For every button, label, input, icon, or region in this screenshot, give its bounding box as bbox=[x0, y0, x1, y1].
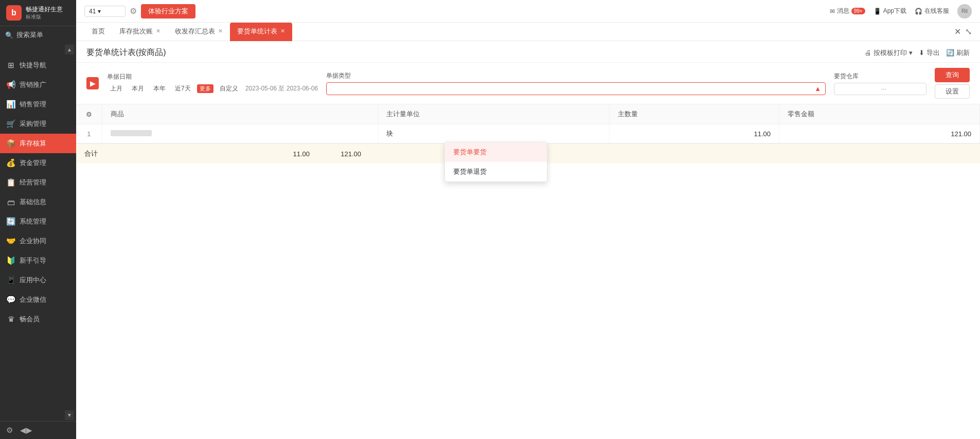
msg-badge: 99+ bbox=[851, 8, 865, 14]
nav-item-quick-nav[interactable]: ⊞ 快捷导航 bbox=[0, 56, 76, 75]
shortcut-last-month[interactable]: 上月 bbox=[107, 83, 126, 94]
dropdown-item-label-0: 要货单要货 bbox=[453, 148, 487, 156]
nav-icon-app-center: 📱 bbox=[6, 276, 15, 285]
collapse-icon[interactable]: ◀▶ bbox=[20, 426, 32, 435]
sidebar-logo: b 畅捷通好生意 标准版 bbox=[0, 0, 76, 26]
refresh-btn[interactable]: 🔄 刷新 bbox=[946, 48, 970, 58]
nav-item-purchase[interactable]: 🛒 采购管理 bbox=[0, 114, 76, 134]
nav-item-inventory[interactable]: 📦 库存核算 bbox=[0, 134, 76, 153]
messages-btn[interactable]: ✉ 消息 99+ bbox=[830, 7, 865, 15]
query-btn[interactable]: 查询 bbox=[935, 68, 970, 82]
shortcut-this-month[interactable]: 本月 bbox=[129, 83, 147, 94]
sidebar-scroll-up[interactable]: ▲ bbox=[65, 45, 74, 54]
topbar-left: 41 ▾ ⚙ 体验行业方案 bbox=[84, 4, 824, 19]
org-selector[interactable]: 41 ▾ bbox=[84, 6, 126, 17]
nav-item-guide[interactable]: 🔰 新手引导 bbox=[0, 251, 76, 270]
tab-batch-account[interactable]: 库存批次账 ✕ bbox=[112, 23, 168, 41]
tab-receive-close[interactable]: ✕ bbox=[218, 28, 223, 34]
export-icon: ⬇ bbox=[919, 49, 924, 57]
topbar-gear-icon[interactable]: ⚙ bbox=[130, 6, 137, 16]
nav-icon-sales: 📊 bbox=[6, 100, 15, 109]
th-amount: 零售金额 bbox=[779, 104, 980, 124]
table-body: 1 块 11.00 121.00 bbox=[76, 124, 980, 143]
nav-item-system[interactable]: 🔄 系统管理 bbox=[0, 212, 76, 231]
cell-product-0 bbox=[102, 124, 378, 143]
type-filter-label: 单据类型 bbox=[326, 71, 826, 80]
date-range-display: 2023-05-06 至 2023-06-06 bbox=[245, 84, 318, 93]
logo-text: 畅捷通好生意 标准版 bbox=[26, 6, 63, 21]
date-shortcuts: 上月 本月 本年 近7天 更多 自定义 2023-05-06 至 2023-06… bbox=[107, 83, 318, 94]
product-placeholder bbox=[111, 130, 152, 136]
type-filter-chevron[interactable]: ▲ bbox=[814, 85, 821, 93]
nav-label-vip: 畅会员 bbox=[20, 315, 40, 324]
cell-unit-0: 块 bbox=[378, 124, 610, 143]
settings-filter-btn[interactable]: 设置 bbox=[935, 84, 970, 99]
sidebar-nav: ⊞ 快捷导航📢 营销推广📊 销售管理🛒 采购管理📦 库存核算💰 资金管理📋 经营… bbox=[0, 56, 76, 409]
sidebar-search[interactable]: 🔍 搜索菜单 bbox=[0, 26, 76, 44]
table-header: ⚙ 商品 主计量单位 主数量 零售金额 bbox=[76, 104, 980, 124]
export-btn[interactable]: ⬇ 导出 bbox=[919, 48, 940, 58]
shortcut-7days[interactable]: 近7天 bbox=[172, 83, 194, 94]
nav-item-base-info[interactable]: 🗃 基础信息 bbox=[0, 192, 76, 212]
shortcut-this-year[interactable]: 本年 bbox=[150, 83, 169, 94]
nav-label-operations: 经营管理 bbox=[20, 178, 46, 187]
nav-item-enterprise-wechat[interactable]: 💬 企业微信 bbox=[0, 290, 76, 309]
nav-icon-finance: 💰 bbox=[6, 158, 15, 168]
topbar-right: ✉ 消息 99+ 📱 App下载 🎧 在线客服 Rit bbox=[830, 4, 972, 19]
page-actions: 🖨 按模板打印 ▾ ⬇ 导出 🔄 刷新 bbox=[865, 48, 970, 58]
tab-receive-summary[interactable]: 收发存汇总表 ✕ bbox=[168, 23, 230, 41]
nav-item-finance[interactable]: 💰 资金管理 bbox=[0, 153, 76, 173]
close-window-icon[interactable]: ✕ bbox=[954, 27, 961, 36]
dropdown-item-order-goods[interactable]: 要货单要货 bbox=[445, 142, 547, 162]
filter-expand-btn[interactable]: ▶ bbox=[86, 77, 99, 89]
nav-label-purchase: 采购管理 bbox=[20, 119, 46, 129]
nav-item-sales[interactable]: 📊 销售管理 bbox=[0, 95, 76, 114]
user-name: Rit bbox=[957, 4, 972, 19]
warehouse-filter-label: 要货仓库 bbox=[834, 72, 926, 81]
th-product: 商品 bbox=[102, 104, 378, 124]
tab-order-summary[interactable]: 要货单统计表 ✕ bbox=[230, 23, 292, 41]
nav-item-vip[interactable]: ♛ 畅会员 bbox=[0, 309, 76, 329]
shortcut-more[interactable]: 更多 bbox=[197, 84, 213, 93]
msg-label: 消息 bbox=[837, 7, 849, 15]
search-icon: 🔍 bbox=[5, 31, 13, 39]
nav-label-enterprise: 企业协同 bbox=[20, 236, 46, 246]
nav-icon-guide: 🔰 bbox=[6, 256, 15, 265]
tab-order-close[interactable]: ✕ bbox=[280, 28, 285, 34]
nav-icon-inventory: 📦 bbox=[6, 139, 15, 148]
trial-btn[interactable]: 体验行业方案 bbox=[141, 4, 195, 19]
warehouse-filter-select[interactable]: ··· bbox=[834, 83, 926, 95]
type-filter-input[interactable] bbox=[331, 85, 814, 93]
app-download-btn[interactable]: 📱 App下载 bbox=[874, 7, 906, 15]
nav-item-marketing[interactable]: 📢 营销推广 bbox=[0, 75, 76, 95]
th-settings[interactable]: ⚙ bbox=[76, 104, 102, 124]
table-container: ⚙ 商品 主计量单位 主数量 零售金额 1 块 11.00 121.00 bbox=[76, 104, 980, 143]
warehouse-more-icon[interactable]: ··· bbox=[881, 85, 922, 93]
dropdown-item-order-return[interactable]: 要货单退货 bbox=[445, 162, 547, 181]
nav-icon-enterprise: 🤝 bbox=[6, 236, 15, 246]
tabs-bar: 首页 库存批次账 ✕ 收发存汇总表 ✕ 要货单统计表 ✕ ✕ ⤡ bbox=[76, 23, 980, 41]
tab-batch-close[interactable]: ✕ bbox=[156, 28, 161, 34]
sidebar-bottom: ⚙ ◀▶ bbox=[0, 421, 76, 439]
user-avatar[interactable]: Rit bbox=[957, 4, 972, 19]
filter-date-group: 单据日期 上月 本月 本年 近7天 更多 自定义 2023-05-06 至 20… bbox=[107, 72, 318, 94]
nav-icon-system: 🔄 bbox=[6, 217, 15, 226]
page-title: 要货单统计表(按商品) bbox=[86, 47, 166, 58]
tab-home[interactable]: 首页 bbox=[84, 23, 112, 41]
tab-window-controls: ✕ ⤡ bbox=[954, 27, 972, 36]
date-filter-label: 单据日期 bbox=[107, 72, 318, 81]
online-service-btn[interactable]: 🎧 在线客服 bbox=[915, 7, 949, 15]
print-btn[interactable]: 🖨 按模板打印 ▾ bbox=[865, 48, 913, 58]
sidebar: b 畅捷通好生意 标准版 🔍 搜索菜单 ▲ ⊞ 快捷导航📢 营销推广📊 销售管理… bbox=[0, 0, 76, 439]
expand-window-icon[interactable]: ⤡ bbox=[965, 27, 972, 36]
export-label: 导出 bbox=[926, 48, 940, 58]
nav-item-operations[interactable]: 📋 经营管理 bbox=[0, 173, 76, 192]
nav-label-finance: 资金管理 bbox=[20, 158, 46, 168]
nav-icon-purchase: 🛒 bbox=[6, 119, 15, 129]
sidebar-scroll-down[interactable]: ▼ bbox=[65, 410, 74, 420]
nav-item-app-center[interactable]: 📱 应用中心 bbox=[0, 270, 76, 290]
nav-item-enterprise[interactable]: 🤝 企业协同 bbox=[0, 231, 76, 251]
type-filter-select[interactable]: ▲ bbox=[326, 82, 826, 95]
settings-icon[interactable]: ⚙ bbox=[6, 426, 13, 435]
shortcut-custom[interactable]: 自定义 bbox=[217, 83, 241, 94]
